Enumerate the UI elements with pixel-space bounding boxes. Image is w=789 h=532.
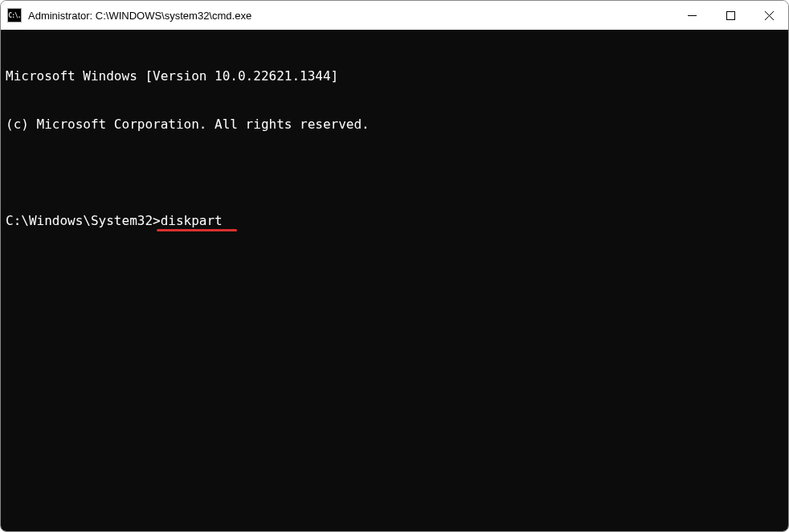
terminal-header-line-2: (c) Microsoft Corporation. All rights re… bbox=[6, 117, 783, 133]
terminal-command: diskpart bbox=[161, 213, 223, 229]
close-button[interactable] bbox=[750, 1, 788, 30]
terminal-prompt: C:\Windows\System32> bbox=[6, 213, 161, 229]
cmd-icon: C:\. bbox=[7, 8, 22, 23]
maximize-icon bbox=[726, 11, 735, 20]
terminal-header-line-1: Microsoft Windows [Version 10.0.22621.13… bbox=[6, 68, 783, 84]
minimize-button[interactable] bbox=[672, 1, 711, 30]
terminal-blank-line bbox=[6, 165, 783, 181]
terminal-body[interactable]: Microsoft Windows [Version 10.0.22621.13… bbox=[1, 30, 788, 531]
command-underline-annotation bbox=[157, 229, 237, 231]
terminal-prompt-line: C:\Windows\System32>diskpart bbox=[6, 213, 783, 229]
maximize-button[interactable] bbox=[711, 1, 750, 30]
window-controls bbox=[672, 1, 788, 30]
cmd-window: C:\. Administrator: C:\WINDOWS\system32\… bbox=[0, 0, 789, 532]
window-title: Administrator: C:\WINDOWS\system32\cmd.e… bbox=[28, 10, 251, 22]
svg-rect-1 bbox=[726, 11, 734, 19]
titlebar[interactable]: C:\. Administrator: C:\WINDOWS\system32\… bbox=[1, 1, 788, 30]
close-icon bbox=[765, 11, 774, 20]
minimize-icon bbox=[688, 11, 697, 20]
